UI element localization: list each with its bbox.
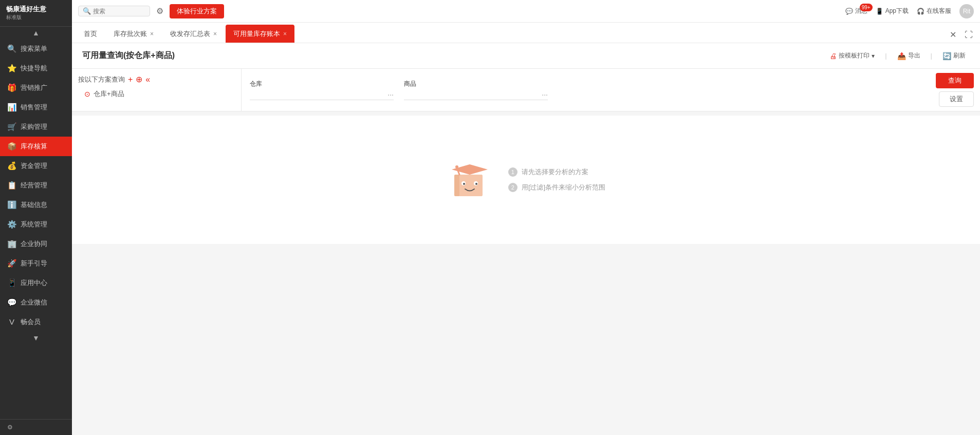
collapse-button[interactable]: « (145, 75, 150, 84)
logo-subtitle: 标准版 (6, 14, 66, 21)
empty-box-icon (447, 157, 493, 203)
sidebar-item-shortcut[interactable]: ⭐ 快捷导航 (0, 59, 72, 78)
sidebar-item-enterprise-wechat[interactable]: 💬 企业微信 (0, 293, 72, 312)
new-user-label: 新手引导 (21, 259, 47, 268)
product-filter-field: 商品 ··· (404, 80, 548, 100)
sidebar-item-inventory-calc[interactable]: 📦 库存核算 (0, 137, 72, 156)
sidebar-item-funds-mgmt[interactable]: 💰 资金管理 (0, 156, 72, 176)
scheme-item-0[interactable]: ⊙ 仓库+商品 (72, 86, 241, 102)
query-action-col: 查询 设置 (930, 69, 980, 111)
topbar: 🔍 ⚙ 体验行业方案 💬 消息 99+ 📱 App下载 🎧 在线客服 (72, 0, 980, 23)
funds-mgmt-label: 资金管理 (21, 161, 47, 171)
tab-receipt-summary[interactable]: 收发存汇总表× (162, 25, 225, 43)
industry-solution-button[interactable]: 体验行业方案 (170, 4, 224, 18)
refresh-button[interactable]: 🔄 刷新 (938, 49, 970, 62)
svg-point-5 (463, 183, 465, 185)
search-icon: 🔍 (83, 7, 91, 15)
sidebar-scroll-down[interactable]: ▼ (0, 332, 72, 344)
sidebar-item-enterprise-collab[interactable]: 🏢 企业协同 (0, 234, 72, 254)
tab-close-available-ledger[interactable]: × (283, 30, 287, 37)
app-download-button[interactable]: 📱 App下载 (876, 7, 909, 15)
tab-label-receipt-summary: 收发存汇总表 (170, 29, 210, 39)
vip-icon: V (7, 317, 16, 326)
empty-tip-1: 1 请先选择要分析的方案 (508, 167, 605, 177)
sidebar-item-ops-mgmt[interactable]: 📋 经营管理 (0, 176, 72, 195)
purchase-mgmt-label: 采购管理 (21, 122, 47, 131)
topbar-gear-button[interactable]: ⚙ (154, 4, 165, 18)
sidebar-item-purchase-mgmt[interactable]: 🛒 采购管理 (0, 117, 72, 137)
tab-close-receipt-summary[interactable]: × (213, 30, 217, 37)
page-title: 可用量查询(按仓库+商品) (82, 50, 175, 61)
vip-label: 畅会员 (21, 317, 41, 327)
print-label: 按模板打印 (839, 51, 870, 60)
user-avatar-button[interactable]: Rit (959, 4, 974, 18)
inventory-calc-label: 库存核算 (21, 142, 47, 151)
message-button[interactable]: 💬 消息 99+ (845, 7, 867, 15)
tab-close-batch-ledger[interactable]: × (150, 30, 154, 37)
divider2: | (931, 52, 932, 60)
sidebar-bottom-settings[interactable]: ⚙ (0, 419, 72, 435)
print-button[interactable]: 🖨 按模板打印 ▾ (825, 49, 879, 62)
main-area: 🔍 ⚙ 体验行业方案 💬 消息 99+ 📱 App下载 🎧 在线客服 (72, 0, 980, 435)
topbar-search-box[interactable]: 🔍 (78, 6, 150, 16)
query-button[interactable]: 查询 (936, 73, 974, 88)
shortcut-label: 快捷导航 (21, 64, 47, 73)
enterprise-collab-icon: 🏢 (7, 239, 16, 249)
add-scheme-button[interactable]: + (128, 75, 133, 84)
app-center-label: 应用中心 (21, 278, 47, 288)
svg-point-6 (475, 183, 477, 185)
search-label: 搜索菜单 (21, 44, 47, 53)
online-service-button[interactable]: 🎧 在线客服 (917, 7, 951, 15)
sidebar-item-system-mgmt[interactable]: ⚙️ 系统管理 (0, 215, 72, 234)
app-center-icon: 📱 (7, 278, 16, 288)
tab-home[interactable]: 首页 (76, 25, 105, 43)
export-icon: 📤 (897, 52, 906, 60)
sidebar-item-vip[interactable]: V 畅会员 (0, 312, 72, 332)
message-icon: 💬 (845, 8, 853, 15)
product-dots-button[interactable]: ··· (542, 90, 548, 99)
sidebar-item-basic-info[interactable]: ℹ️ 基础信息 (0, 195, 72, 215)
sidebar-item-search[interactable]: 🔍 搜索菜单 (0, 39, 72, 59)
query-settings-button[interactable]: 设置 (939, 91, 974, 107)
tab-batch-ledger[interactable]: 库存批次账× (106, 25, 161, 43)
basic-info-label: 基础信息 (21, 200, 47, 210)
settings-icon: ⚙ (7, 424, 13, 431)
sidebar-scroll-up[interactable]: ▲ (0, 27, 72, 39)
export-button[interactable]: 📤 导出 (893, 49, 924, 62)
sales-mgmt-label: 销售管理 (21, 103, 47, 112)
svg-rect-2 (454, 175, 459, 196)
headset-icon: 🎧 (917, 8, 924, 15)
ops-mgmt-label: 经营管理 (21, 181, 47, 190)
message-badge: 99+ (860, 4, 873, 11)
product-input[interactable] (404, 91, 539, 99)
close-tab-button[interactable]: ✕ (947, 29, 959, 41)
query-area: 按以下方案查询 + ⊕ « ⊙ 仓库+商品 仓库 ··· (72, 69, 980, 111)
inventory-calc-icon: 📦 (7, 142, 16, 151)
sidebar-item-marketing-promo[interactable]: 🎁 营销推广 (0, 78, 72, 98)
empty-state-tips: 1 请先选择要分析的方案 2 用[过滤]条件来缩小分析范围 (508, 167, 605, 192)
sidebar-item-sales-mgmt[interactable]: 📊 销售管理 (0, 98, 72, 117)
product-input-wrap: ··· (404, 89, 548, 100)
gear-icon: ⚙ (156, 7, 163, 15)
query-scheme-header: 按以下方案查询 + ⊕ « (72, 73, 241, 86)
sidebar-item-new-user[interactable]: 🚀 新手引导 (0, 254, 72, 273)
tip-text-1: 请先选择要分析的方案 (522, 167, 588, 177)
tip-text-2: 用[过滤]条件来缩小分析范围 (522, 183, 605, 192)
tab-available-ledger[interactable]: 可用量库存账本× (226, 25, 294, 43)
maximize-button[interactable]: ⛶ (961, 29, 976, 41)
refresh-label: 刷新 (953, 51, 966, 60)
scheme-icon-0: ⊙ (84, 90, 90, 98)
refresh-icon: 🔄 (942, 52, 951, 60)
search-input[interactable] (93, 8, 139, 15)
marketing-promo-icon: 🎁 (7, 83, 16, 92)
warehouse-dots-button[interactable]: ··· (387, 90, 394, 99)
tabbar-controls: ✕ ⛶ (947, 29, 976, 43)
query-filter-panel: 仓库 ··· 商品 ··· (242, 69, 930, 111)
basic-info-icon: ℹ️ (7, 200, 16, 210)
warehouse-input[interactable] (250, 91, 384, 99)
warehouse-label: 仓库 (250, 80, 394, 88)
enterprise-collab-label: 企业协同 (21, 239, 47, 249)
scheme-settings-button[interactable]: ⊕ (136, 75, 142, 84)
tab-label-home: 首页 (84, 29, 97, 39)
sidebar-item-app-center[interactable]: 📱 应用中心 (0, 273, 72, 293)
